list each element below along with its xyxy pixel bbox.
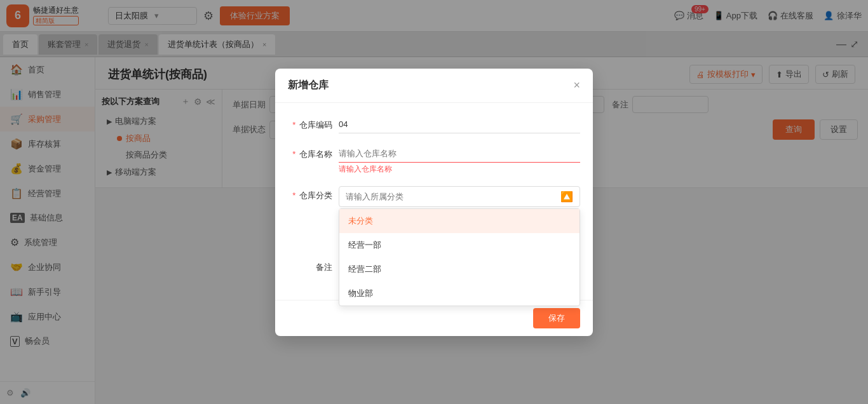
modal-title: 新增仓库: [288, 79, 329, 92]
warehouse-code-row: * 仓库编码: [288, 116, 580, 133]
classification-wrapper: 🔼 未分类 经营一部 经营二部 物业部: [339, 186, 580, 207]
code-input-wrapper: [339, 116, 580, 133]
dropdown-item-dept1[interactable]: 经营一部: [339, 233, 580, 257]
save-button[interactable]: 保存: [533, 308, 580, 328]
required-mark: *: [292, 120, 295, 130]
warehouse-name-input[interactable]: [339, 145, 580, 163]
warehouse-name-row: * 仓库名称 请输入仓库名称: [288, 145, 580, 175]
dropdown-item-property[interactable]: 物业部: [339, 281, 580, 306]
required-mark3: *: [292, 191, 295, 200]
required-mark2: *: [292, 149, 295, 159]
remarks-form-label: 备注: [288, 258, 339, 273]
warehouse-code-input[interactable]: [339, 116, 580, 133]
classification-dropdown: 未分类 经营一部 经营二部 物业部: [339, 208, 580, 306]
modal-body: * 仓库编码 * 仓库名称 请输入仓库名称: [275, 103, 593, 300]
modal-close-button[interactable]: ×: [573, 79, 580, 92]
warehouse-classification-row: * 仓库分类 🔼 未分类 经营一部 经营二部 物业部: [288, 186, 580, 207]
name-error-message: 请输入仓库名称: [339, 164, 580, 175]
dropdown-toggle-icon[interactable]: 🔼: [560, 191, 573, 203]
classification-field[interactable]: 🔼: [339, 186, 580, 207]
modal-header: 新增仓库 ×: [275, 69, 593, 103]
classification-input[interactable]: [346, 192, 560, 201]
modal-overlay: 新增仓库 × * 仓库编码 * 仓库名称: [0, 0, 868, 404]
dropdown-item-unclassified[interactable]: 未分类: [339, 209, 580, 233]
classification-label: * 仓库分类: [288, 186, 339, 201]
dropdown-item-dept2[interactable]: 经营二部: [339, 257, 580, 281]
new-warehouse-modal: 新增仓库 × * 仓库编码 * 仓库名称: [275, 69, 593, 336]
name-input-wrapper: 请输入仓库名称: [339, 145, 580, 175]
code-label: * 仓库编码: [288, 116, 339, 131]
name-label: * 仓库名称: [288, 145, 339, 160]
